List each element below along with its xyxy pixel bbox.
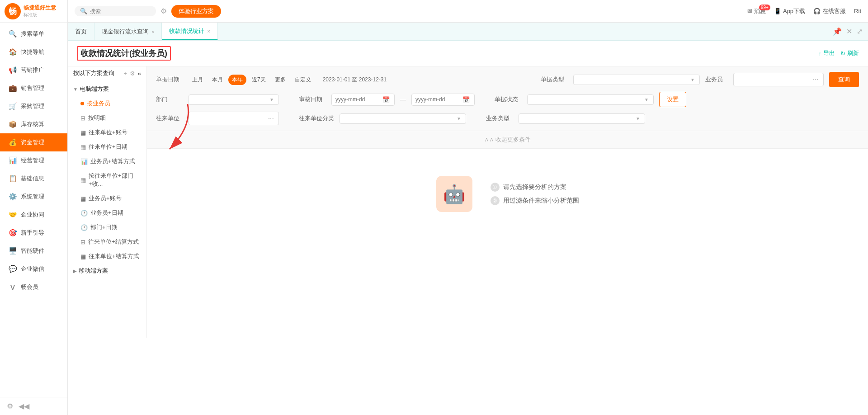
header-gear-icon[interactable]: ⚙ [160,7,167,15]
sidebar-item-enterprise[interactable]: 🤝 企业协同 [0,206,67,224]
basic-icon: 📋 [8,174,17,183]
sidebar-item-inventory[interactable]: 📦 库存核算 [0,115,67,133]
title-right-actions: ↑ 导出 ↻ 刷新 [819,49,859,57]
biz-type-dropdown[interactable]: ▼ [519,113,645,124]
sidebar-item-sales[interactable]: 💼 销售管理 [0,79,67,97]
scheme-item-salesman-settlement[interactable]: 📊 业务员+结算方式 [68,154,146,169]
active-dot-icon [80,102,84,105]
calendar-icon-2: 📅 [462,96,470,103]
sidebar-item-hardware[interactable]: 🖥️ 智能硬件 [0,242,67,260]
audit-date-end-input[interactable]: 📅 [411,94,475,106]
header-message[interactable]: ✉ 消息 99+ [747,7,766,15]
sidebar-item-finance[interactable]: 💰 资金管理 [0,133,67,151]
scheme-item-counterpart-account[interactable]: ▦ 往来单位+账号 [68,125,146,140]
scheme-group-desktop[interactable]: ▼ 电脑端方案 [68,82,146,96]
scheme-item-counterpart-date[interactable]: ▦ 往来单位+日期 [68,140,146,154]
tip-num-2: ② [491,196,500,205]
tabs-pin-icon[interactable]: 📌 [833,27,842,36]
collapse-bar[interactable]: ∧∧ 收起更多条件 [147,131,868,149]
scheme-add-icon[interactable]: + [123,70,127,77]
sidebar-settings-icon[interactable]: ⚙ [7,402,13,410]
filter-content-area: 单据日期 上月 本月 本年 近7天 更多 自定义 2023-01-01 至 20… [147,66,868,338]
logo-icon: 畅 [5,3,21,19]
scheme-item-counterpart-settlement2[interactable]: ▦ 往来单位+结算方式 [68,249,146,264]
quick-nav-icon: 🏠 [8,47,17,57]
date-tab-last-month[interactable]: 上月 [189,75,207,85]
scheme-item-by-detail[interactable]: ⊞ 按明细 [68,111,146,125]
scheme-item-label: 往来单位+日期 [89,143,127,151]
tab-home[interactable]: 首页 [68,23,94,40]
empty-tips: ① 请先选择要分析的方案 ② 用过滤条件来缩小分析范围 [491,183,579,205]
scheme-item-counterpart-settlement1[interactable]: ⊞ 往来单位+结算方式 [68,235,146,249]
tab-collection-stats-close[interactable]: × [207,28,210,34]
system-icon: ⚙️ [8,192,17,201]
salesman-dropdown[interactable]: ··· [733,73,824,86]
enterprise-icon: 🤝 [8,210,17,219]
header-search-box[interactable]: 🔍 [75,6,156,16]
date-tab-custom[interactable]: 自定义 [291,75,315,85]
scheme-item-counterpart-dept[interactable]: ▦ 按往来单位+部门+收... [68,169,146,191]
sidebar-item-basic[interactable]: 📋 基础信息 [0,170,67,188]
date-tab-7days[interactable]: 近7天 [248,75,269,85]
sidebar-item-system[interactable]: ⚙️ 系统管理 [0,188,67,206]
counterpart-dropdown[interactable]: ··· [189,112,279,125]
sidebar-item-marketing[interactable]: 📢 营销推广 [0,61,67,79]
sidebar-item-operation[interactable]: 📊 经营管理 [0,151,67,170]
scheme-item-dept-date[interactable]: 🕐 部门+日期 [68,220,146,235]
empty-state: 🤖 ① 请先选择要分析的方案 ② 用过滤条件来缩小分析范围 [147,149,868,239]
scheme-collapse-icon[interactable]: « [138,70,141,77]
sidebar-collapse-icon[interactable]: ◀◀ [19,402,29,410]
sidebar-item-guide[interactable]: 🎯 新手引导 [0,224,67,242]
scheme-settings-icon[interactable]: ⚙ [130,70,135,77]
header-customer-service[interactable]: 🎧 在线客服 [813,7,846,15]
date-separator: — [400,96,406,103]
scheme-tree: ▼ 电脑端方案 按业务员 ⊞ 按明细 ▦ 往来单位+账号 ▦ [68,80,146,280]
tab-bank-flow-close[interactable]: × [151,29,154,34]
doc-type-dropdown[interactable]: ▼ [573,75,700,85]
search-input[interactable] [90,8,149,14]
collapse-label: 收起更多条件 [495,136,531,143]
export-button[interactable]: ↑ 导出 [819,49,835,57]
scheme-item-salesman-date[interactable]: 🕐 业务员+日期 [68,206,146,220]
date-tab-more[interactable]: 更多 [271,75,289,85]
sidebar-item-member[interactable]: V 畅会员 [0,278,67,296]
tabs-maximize-icon[interactable]: ⤢ [857,27,863,36]
counterpart-category-dropdown[interactable]: ▼ [340,113,466,124]
salesman-more-icon[interactable]: ··· [813,75,819,84]
counterpart-more-icon[interactable]: ··· [268,114,274,123]
top-header: 🔍 ⚙ 体验行业方案 ✉ 消息 99+ 📱 App下载 🎧 在线客服 Rit [68,0,868,23]
audit-start-field[interactable] [335,96,381,103]
scheme-group-mobile[interactable]: ▶ 移动端方案 [68,264,146,278]
member-icon: V [8,283,17,292]
audit-date-start-input[interactable]: 📅 [331,94,395,106]
date-tab-this-year[interactable]: 本年 [228,75,246,85]
query-button[interactable]: 查询 [829,72,859,87]
sidebar-item-search-menu[interactable]: 🔍 搜索菜单 [0,25,67,43]
trial-btn[interactable]: 体验行业方案 [171,5,221,18]
scheme-item-salesman-account[interactable]: ▦ 业务员+账号 [68,191,146,206]
doc-status-dropdown[interactable]: ▼ [527,94,654,105]
tabs-close-icon[interactable]: ✕ [846,27,852,36]
tab-bank-flow[interactable]: 现金银行流水查询 × [94,23,162,40]
group-label-mobile: 移动端方案 [79,267,108,275]
scheme-item-by-salesman[interactable]: 按业务员 [68,96,146,111]
sidebar-item-wechat[interactable]: 💬 企业微信 [0,260,67,278]
header-app-download[interactable]: 📱 App下载 [774,7,805,15]
inventory-icon: 📦 [8,120,17,129]
settings-button[interactable]: 设置 [659,92,686,107]
hardware-icon: 🖥️ [8,246,17,255]
counterpart-label: 往来单位 [156,114,183,123]
sidebar-item-quick-nav[interactable]: 🏠 快捷导航 [0,43,67,61]
refresh-button[interactable]: ↻ 刷新 [840,49,859,57]
dept-dropdown[interactable]: ▼ [189,94,279,105]
table-icon: ▦ [80,129,86,136]
scheme-panel: 按以下方案查询 + ⚙ « ▼ 电脑端方案 按业务员 [68,66,147,338]
date-tab-this-month[interactable]: 本月 [208,75,226,85]
audit-end-field[interactable] [415,96,461,103]
header-user[interactable]: Rit [854,8,861,14]
operation-icon: 📊 [8,156,17,165]
tab-collection-stats[interactable]: 收款情况统计 × [162,23,217,40]
clock-icon-2: 🕐 [80,224,88,231]
sidebar-item-purchase[interactable]: 🛒 采购管理 [0,97,67,115]
purchase-icon: 🛒 [8,102,17,111]
